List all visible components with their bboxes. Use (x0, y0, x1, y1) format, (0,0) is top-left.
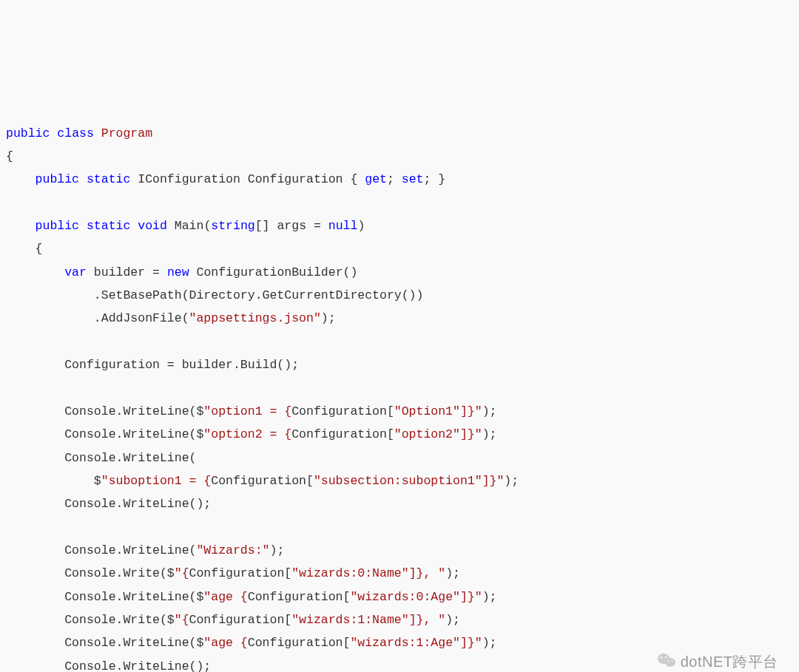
svg-point-1 (665, 658, 675, 667)
str-appsettings: "appsettings.json" (189, 311, 321, 325)
var-builder: builder (94, 265, 145, 279)
svg-point-2 (660, 656, 661, 658)
kw-class: class (57, 126, 94, 140)
kw-null: null (328, 219, 358, 233)
kw-static: static (87, 219, 130, 233)
class-name: Program (101, 126, 152, 140)
watermark-text: dotNET跨平台 (681, 654, 778, 671)
brace-open: { (6, 149, 13, 163)
call-writeline: Console.WriteLine(); (64, 497, 211, 511)
call-addjsonfile: .AddJsonFile( (94, 311, 189, 325)
method-name: Main (175, 219, 204, 233)
str-wizards: "Wizards:" (196, 543, 269, 557)
watermark-main: dotNET跨平台 (612, 593, 778, 672)
kw-public: public (6, 126, 50, 140)
call-writeline: Console.WriteLine($ (64, 636, 203, 650)
call-writeline: Console.WriteLine( (64, 451, 196, 465)
call-writeline: Console.WriteLine( (64, 543, 196, 557)
call-writeline: Console.WriteLine($ (64, 427, 203, 441)
svg-point-5 (671, 661, 672, 662)
call-writeline: Console.WriteLine($ (64, 590, 203, 604)
call-write: Console.Write($ (64, 613, 175, 627)
kw-new: new (167, 265, 189, 279)
type: IConfiguration (138, 172, 240, 186)
code-block: public class Program { public static ICo… (6, 98, 793, 672)
param: args (277, 219, 306, 233)
wechat-icon (630, 621, 675, 672)
call-write: Console.Write($ (64, 566, 175, 580)
kw-string: string (211, 219, 254, 233)
watermark: dotNET跨平台 创新互联 CHUANG XIN HU LIAN (612, 537, 778, 672)
svg-point-4 (667, 661, 669, 662)
call-writeline: Console.WriteLine($ (64, 404, 203, 418)
kw-public: public (36, 172, 79, 186)
prop-name: Configuration (248, 172, 343, 186)
stmt-build: Configuration = builder.Build(); (64, 358, 299, 372)
kw-get: get (365, 172, 387, 186)
kw-void: void (138, 219, 167, 233)
svg-point-3 (664, 656, 666, 658)
kw-public: public (36, 219, 79, 233)
call-writeline: Console.WriteLine(); (64, 659, 211, 672)
kw-static: static (87, 172, 130, 186)
brace-open: { (36, 242, 43, 256)
ctor: ConfigurationBuilder() (197, 265, 358, 279)
kw-set: set (402, 172, 424, 186)
kw-var: var (64, 265, 87, 279)
call-setbasepath: .SetBasePath(Directory.GetCurrentDirecto… (94, 288, 424, 302)
